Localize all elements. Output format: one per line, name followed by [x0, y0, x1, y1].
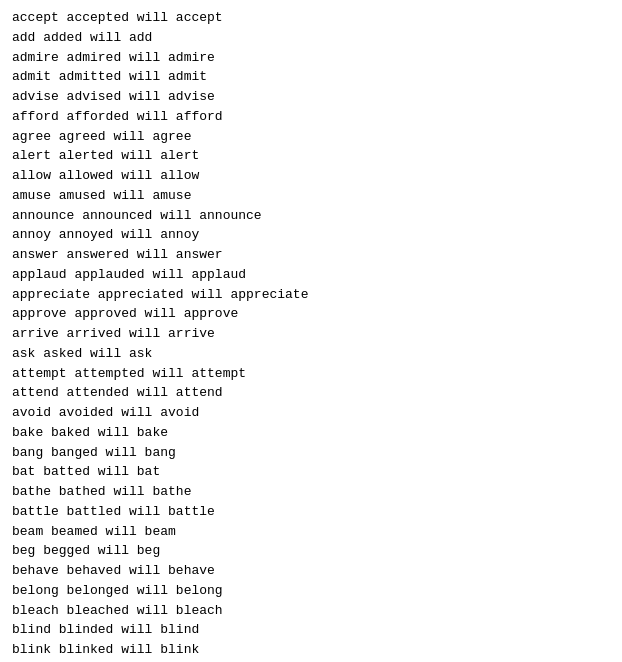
list-item: annoy annoyed will annoy [12, 225, 610, 245]
list-item: bang banged will bang [12, 443, 610, 463]
list-item: applaud applauded will applaud [12, 265, 610, 285]
list-item: avoid avoided will avoid [12, 403, 610, 423]
list-item: attempt attempted will attempt [12, 364, 610, 384]
list-item: allow allowed will allow [12, 166, 610, 186]
list-item: accept accepted will accept [12, 8, 610, 28]
list-item: belong belonged will belong [12, 581, 610, 601]
list-item: attend attended will attend [12, 383, 610, 403]
list-item: bleach bleached will bleach [12, 601, 610, 621]
list-item: appreciate appreciated will appreciate [12, 285, 610, 305]
list-item: answer answered will answer [12, 245, 610, 265]
list-item: amuse amused will amuse [12, 186, 610, 206]
list-item: admire admired will admire [12, 48, 610, 68]
list-item: ask asked will ask [12, 344, 610, 364]
list-item: beg begged will beg [12, 541, 610, 561]
list-item: add added will add [12, 28, 610, 48]
list-item: bat batted will bat [12, 462, 610, 482]
list-item: blink blinked will blink [12, 640, 610, 660]
list-item: alert alerted will alert [12, 146, 610, 166]
list-item: beam beamed will beam [12, 522, 610, 542]
list-item: announce announced will announce [12, 206, 610, 226]
list-item: approve approved will approve [12, 304, 610, 324]
list-item: bathe bathed will bathe [12, 482, 610, 502]
list-item: arrive arrived will arrive [12, 324, 610, 344]
list-item: behave behaved will behave [12, 561, 610, 581]
list-item: battle battled will battle [12, 502, 610, 522]
word-list: accept accepted will acceptadd added wil… [0, 0, 622, 662]
list-item: agree agreed will agree [12, 127, 610, 147]
list-item: admit admitted will admit [12, 67, 610, 87]
list-item: blind blinded will blind [12, 620, 610, 640]
list-item: bake baked will bake [12, 423, 610, 443]
list-item: advise advised will advise [12, 87, 610, 107]
list-item: afford afforded will afford [12, 107, 610, 127]
